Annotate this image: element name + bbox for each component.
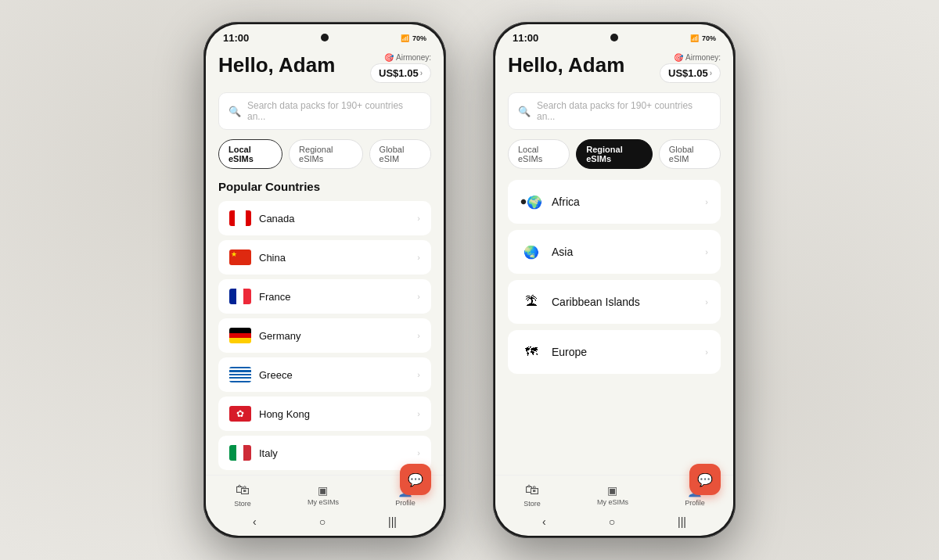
tab-local-esims-right[interactable]: Local eSIMs <box>508 139 570 169</box>
signal-icon-left: 📶 <box>401 34 409 42</box>
region-africa[interactable]: 🌍 Africa › <box>508 180 721 224</box>
region-icon-asia: 🌏 <box>520 241 542 263</box>
camera-notch-right <box>610 34 618 41</box>
region-chevron-africa: › <box>705 197 708 206</box>
signal-icon-right: 📶 <box>690 34 699 42</box>
recents-btn-right[interactable]: ||| <box>678 515 686 528</box>
region-asia[interactable]: 🌏 Asia › <box>508 230 721 274</box>
country-name-hongkong: Hong Kong <box>259 408 409 420</box>
country-canada[interactable]: Canada › <box>218 201 431 235</box>
region-name-africa: Africa <box>552 196 696 208</box>
region-europe[interactable]: 🗺 Europe › <box>508 330 721 374</box>
flag-italy <box>229 445 251 461</box>
tabs-right: Local eSIMs Regional eSIMs Global eSIM <box>508 139 721 169</box>
screen-right: Hello, Adam 🎯 Airmoney: US$1.05 › 🔍 Sear… <box>495 47 733 475</box>
header-right: Hello, Adam 🎯 Airmoney: US$1.05 › <box>508 47 721 92</box>
country-name-france: France <box>259 291 409 303</box>
tab-regional-esims-left[interactable]: Regional eSIMs <box>289 139 363 169</box>
time-right: 11:00 <box>513 32 538 44</box>
country-chevron-canada: › <box>417 214 420 223</box>
back-btn-right[interactable]: ‹ <box>542 515 546 528</box>
gesture-bar-left: ‹ ○ ||| <box>206 511 444 536</box>
nav-store-left[interactable]: 🛍 Store <box>234 482 251 508</box>
nav-store-icon-right: 🛍 <box>525 482 539 498</box>
chat-fab-right[interactable]: 💬 <box>689 464 721 495</box>
nav-esims-left[interactable]: ▣ My eSIMs <box>308 484 339 506</box>
status-icons-right: 📶 70% <box>690 34 716 42</box>
flag-hongkong: ✿ <box>229 406 251 422</box>
country-china[interactable]: ★ China › <box>218 240 431 275</box>
time-left: 11:00 <box>223 32 249 44</box>
airmoney-chevron-right: › <box>710 69 712 77</box>
region-caribbean[interactable]: 🏝 Caribbean Islands › <box>508 280 721 324</box>
region-chevron-asia: › <box>705 247 708 257</box>
tab-global-esim-left[interactable]: Global eSIM <box>369 139 431 169</box>
country-italy[interactable]: Italy › <box>218 436 431 470</box>
search-icon-right: 🔍 <box>518 106 531 117</box>
airmoney-label-left: 🎯 Airmoney: <box>384 53 431 62</box>
tab-local-esims-left[interactable]: Local eSIMs <box>218 139 282 169</box>
nav-profile-label-left: Profile <box>395 499 416 507</box>
country-germany[interactable]: Germany › <box>218 318 431 353</box>
region-list-right: 🌍 Africa › 🌏 Asia › 🏝 Caribbean <box>508 180 721 374</box>
region-chevron-europe: › <box>705 347 708 357</box>
country-chevron-germany: › <box>417 331 420 340</box>
nav-store-label-right: Store <box>523 500 541 508</box>
nav-store-label-left: Store <box>234 500 251 508</box>
nav-store-right[interactable]: 🛍 Store <box>523 482 541 508</box>
region-chevron-caribbean: › <box>705 297 708 307</box>
flag-canada <box>229 210 251 226</box>
region-icon-europe: 🗺 <box>520 341 542 363</box>
nav-esims-icon-right: ▣ <box>607 484 617 497</box>
country-name-germany: Germany <box>259 330 409 342</box>
section-title-left: Popular Countries <box>218 180 431 193</box>
region-name-caribbean: Caribbean Islands <box>552 296 696 308</box>
nav-store-icon-left: 🛍 <box>236 482 250 498</box>
battery-left: 70% <box>412 34 426 42</box>
tabs-left: Local eSIMs Regional eSIMs Global eSIM <box>218 139 431 169</box>
country-france[interactable]: France › <box>218 279 431 314</box>
camera-notch <box>321 34 329 41</box>
home-btn-right[interactable]: ○ <box>609 515 615 528</box>
region-name-europe: Europe <box>552 346 696 358</box>
greeting-right: Hello, Adam <box>508 53 624 77</box>
country-hongkong[interactable]: ✿ Hong Kong › <box>218 397 431 431</box>
airmoney-value-right: US$1.05 <box>668 67 708 79</box>
gesture-bar-right: ‹ ○ ||| <box>495 511 733 536</box>
airmoney-right: 🎯 Airmoney: US$1.05 › <box>660 53 721 83</box>
nav-esims-label-right: My eSIMs <box>597 498 628 506</box>
region-name-asia: Asia <box>552 246 696 258</box>
back-btn-left[interactable]: ‹ <box>253 515 257 528</box>
country-name-canada: Canada <box>259 213 409 224</box>
flag-france <box>229 289 251 304</box>
search-bar-right[interactable]: 🔍 Search data packs for 190+ countries a… <box>508 92 721 130</box>
country-chevron-italy: › <box>417 448 420 458</box>
greeting-left: Hello, Adam <box>218 53 335 77</box>
flag-greece <box>229 367 251 382</box>
country-chevron-china: › <box>417 253 420 262</box>
home-btn-left[interactable]: ○ <box>319 515 326 528</box>
country-name-greece: Greece <box>259 369 409 381</box>
tab-global-esim-right[interactable]: Global eSIM <box>659 139 721 169</box>
flag-china: ★ <box>229 249 251 265</box>
nav-esims-right[interactable]: ▣ My eSIMs <box>597 484 628 506</box>
nav-esims-icon-left: ▣ <box>318 484 328 497</box>
tab-regional-esims-right[interactable]: Regional eSIMs <box>576 139 653 169</box>
screen-left: Hello, Adam 🎯 Airmoney: US$1.05 › 🔍 Sear… <box>206 47 444 475</box>
search-placeholder-right: Search data packs for 190+ countries an.… <box>537 100 711 122</box>
country-name-italy: Italy <box>259 447 409 459</box>
chat-fab-left[interactable]: 💬 <box>400 464 431 495</box>
chat-fab-icon-right: 💬 <box>697 472 713 487</box>
airmoney-amount-right[interactable]: US$1.05 › <box>660 63 721 83</box>
country-greece[interactable]: Greece › <box>218 357 431 392</box>
search-bar-left[interactable]: 🔍 Search data packs for 190+ countries a… <box>218 92 431 130</box>
airmoney-amount-left[interactable]: US$1.05 › <box>370 63 431 83</box>
country-chevron-hongkong: › <box>417 409 420 418</box>
recents-btn-left[interactable]: ||| <box>388 515 397 528</box>
airmoney-left: 🎯 Airmoney: US$1.05 › <box>370 53 431 83</box>
country-chevron-greece: › <box>417 370 420 379</box>
search-placeholder-left: Search data packs for 190+ countries an.… <box>247 100 421 122</box>
chat-fab-icon-left: 💬 <box>408 472 423 487</box>
flag-germany <box>229 328 251 343</box>
status-icons-left: 📶 70% <box>401 34 426 42</box>
